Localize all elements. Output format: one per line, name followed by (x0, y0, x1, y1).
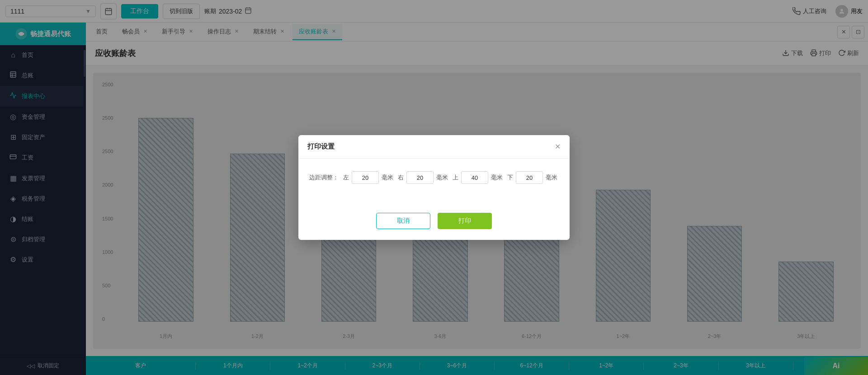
margin-left-input[interactable] (352, 171, 379, 184)
left-direction-label: 左 (343, 173, 349, 182)
print-dialog: 打印设置 ✕ 边距调整： 左 毫米 右 毫米 上 毫米 (298, 135, 570, 240)
modal-body: 边距调整： 左 毫米 右 毫米 上 毫米 下 (298, 159, 570, 206)
bottom-unit-label: 毫米 (546, 173, 557, 182)
top-direction-label: 上 (453, 173, 458, 182)
cancel-button[interactable]: 取消 (376, 213, 430, 229)
margin-bottom-input[interactable] (516, 171, 543, 184)
margin-left-group: 左 毫米 (343, 171, 393, 184)
modal-title: 打印设置 (307, 142, 335, 151)
margin-top-group: 上 毫米 (453, 171, 503, 184)
top-unit-label: 毫米 (491, 173, 503, 182)
margin-label: 边距调整： (309, 173, 339, 182)
modal-header: 打印设置 ✕ (298, 135, 570, 159)
margin-top-input[interactable] (461, 171, 488, 184)
modal-footer: 取消 打印 (298, 206, 570, 240)
margin-row: 边距调整： 左 毫米 右 毫米 上 毫米 下 (309, 171, 559, 184)
bottom-direction-label: 下 (507, 173, 513, 182)
margin-bottom-group: 下 毫米 (507, 171, 557, 184)
modal-overlay[interactable]: 打印设置 ✕ 边距调整： 左 毫米 右 毫米 上 毫米 (0, 0, 868, 375)
margin-right-input[interactable] (406, 171, 434, 184)
left-unit-label: 毫米 (382, 173, 393, 182)
print-confirm-button[interactable]: 打印 (438, 213, 492, 229)
margin-right-group: 右 毫米 (398, 171, 448, 184)
right-direction-label: 右 (398, 173, 404, 182)
modal-close-button[interactable]: ✕ (555, 142, 561, 151)
right-unit-label: 毫米 (436, 173, 448, 182)
